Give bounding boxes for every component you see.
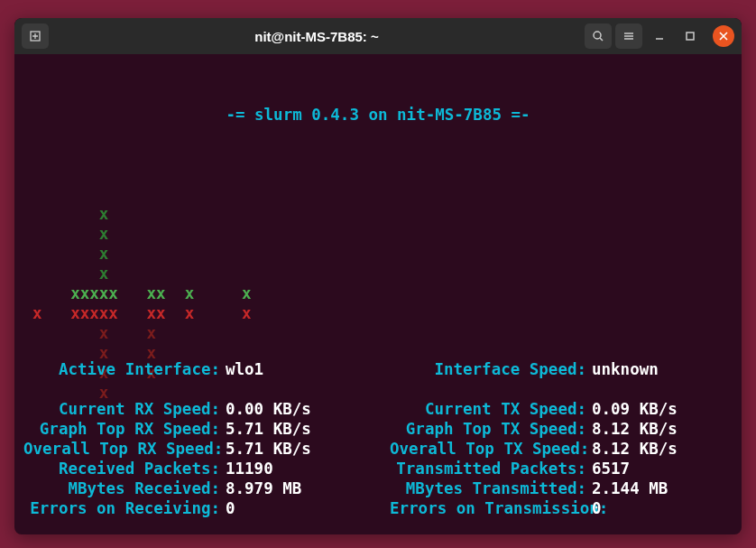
stats-row: Received Packets:11190Transmitted Packet… [23,459,733,478]
stat-value: 8.12 KB/s [592,440,678,458]
terminal-window: nit@nit-MS-7B85: ~ -= slurm 0.4.3 on nit… [14,18,742,534]
stat-label: Graph Top RX Speed: [23,419,220,439]
stat-label: Current TX Speed: [390,399,586,419]
stat-label: Active Interface: [23,359,220,379]
stats-block: Active Interface:wlo1Interface Speed:unk… [23,359,733,518]
stat-value: 11190 [226,460,273,478]
stat-value: 0.00 KB/s [226,400,311,418]
maximize-button[interactable] [677,23,704,49]
stats-row: Active Interface:wlo1Interface Speed:unk… [23,359,733,379]
stat-value: 5.71 KB/s [226,440,311,458]
stat-value: wlo1 [226,360,263,378]
stat-label: Graph Top TX Speed: [390,419,586,439]
terminal-body[interactable]: -= slurm 0.4.3 on nit-MS-7B85 =- x x x x… [14,54,742,534]
stat-label: Overall Top TX Speed: [390,439,586,459]
titlebar: nit@nit-MS-7B85: ~ [14,18,742,54]
stats-row: MBytes Received:8.979 MBMBytes Transmitt… [23,478,733,498]
stat-label: Interface Speed: [390,359,586,379]
search-button[interactable] [585,23,612,49]
stat-label: Overall Top RX Speed: [23,439,220,459]
stat-value: 2.144 MB [592,479,668,497]
stat-value: 8.979 MB [226,479,301,497]
stat-value: 0 [226,499,235,517]
stat-label: Errors on Receiving: [23,498,220,518]
stats-row: Graph Top RX Speed:5.71 KB/sGraph Top TX… [23,419,733,439]
stat-value: 0 [592,499,602,517]
svg-rect-9 [687,33,694,40]
menu-button[interactable] [615,23,642,49]
close-button[interactable] [713,25,734,47]
app-header: -= slurm 0.4.3 on nit-MS-7B85 =- [23,105,733,125]
stats-row: Overall Top RX Speed:5.71 KB/sOverall To… [23,439,733,459]
minimize-button[interactable] [646,23,673,49]
stat-value: unknown [592,360,659,378]
svg-point-3 [594,32,601,39]
stat-label: Current RX Speed: [23,399,220,419]
new-tab-button[interactable] [22,23,49,49]
svg-line-4 [600,38,603,41]
stat-label: Transmitted Packets: [390,459,586,478]
stats-row: Current RX Speed:0.00 KB/sCurrent TX Spe… [23,399,733,419]
stat-label: Errors on Transmission: [390,498,586,518]
stat-value: 6517 [592,460,630,478]
stat-value: 0.09 KB/s [592,400,678,418]
stats-row: Errors on Receiving:0Errors on Transmiss… [23,498,733,518]
stat-value: 5.71 KB/s [226,420,311,438]
stat-value: 8.12 KB/s [592,420,678,438]
stat-label: Received Packets: [23,459,220,478]
window-title: nit@nit-MS-7B85: ~ [49,29,585,44]
stat-label: MBytes Received: [23,478,220,498]
stat-label: MBytes Transmitted: [390,478,586,498]
